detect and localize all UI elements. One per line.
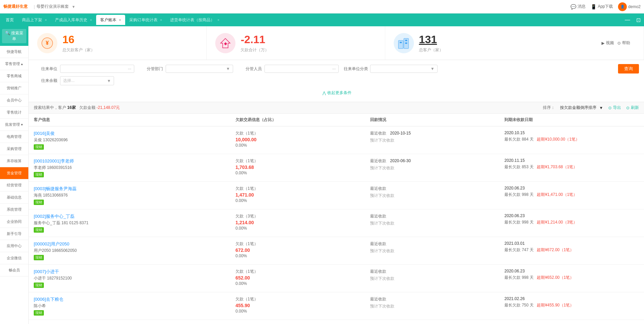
sidebar-nav: 零售管理 ▲ 零售商城 营销推广 会员中心 零售统计 <box>0 58 28 276</box>
message-icon: 💬 <box>570 4 576 9</box>
export-btn[interactable]: ⊙ 导出 <box>608 105 621 111</box>
customer-name-link[interactable]: [0007]小进干 <box>34 269 235 275</box>
tab-product-history[interactable]: 产成品入库单历史 × <box>51 15 96 25</box>
sidebar-item-vip[interactable]: 畅会员 <box>0 264 28 276</box>
department-select[interactable]: ▼ <box>166 65 233 73</box>
sidebar-item-basic-info[interactable]: 基础信息 <box>0 192 28 204</box>
table-header: 客户信息 欠款交易信息（占比） 回款情况 到期未收款日期 <box>29 114 644 126</box>
sidebar-item-system[interactable]: 系统管理 <box>0 204 28 216</box>
tab-close-icon[interactable]: × <box>45 18 47 22</box>
customer-phone: 海燕 18513066976 <box>34 193 235 198</box>
sidebar-item-purchase[interactable]: 采购管理 <box>0 143 28 155</box>
result-text: 搜索结果中，客户 16家 欠款金额 -21,148.07元 <box>34 105 120 111</box>
balance-select[interactable]: 选择... ▼ <box>60 76 114 85</box>
customer-name-link[interactable]: [0002]服务中心_丁磊 <box>34 213 235 219</box>
sidebar-item-inventory[interactable]: 库存核算 <box>0 155 28 167</box>
customer-info-cell: [0016]吴俊 吴俊 13026203696 现销 <box>34 130 235 150</box>
customer-name-link[interactable]: [0001020001]李老师 <box>34 158 235 164</box>
table-row: [0016]吴俊 吴俊 13026203696 现销 欠款（1笔） 10,000… <box>29 126 644 154</box>
person-input[interactable]: ··· <box>264 65 339 73</box>
stat-icon-1: ¥ <box>37 33 57 53</box>
sidebar-item-marketing[interactable]: 营销推广 <box>0 82 28 94</box>
sort-arrow-icon: ▼ <box>599 106 603 110</box>
export-icon: ⊙ <box>608 106 612 110</box>
app-download-btn[interactable]: 📱 App下载 <box>591 4 613 9</box>
customer-tag: 现销 <box>34 172 44 177</box>
due-date-cell: 2020.10.15 最长欠款 884 天 超期¥10,000.00（1笔） <box>504 130 639 142</box>
tab-inbound-stats[interactable]: 进货单统计表（按商品） × <box>166 15 223 25</box>
tab-expand-btn[interactable]: ⊡ <box>634 16 642 24</box>
customer-name-link[interactable]: [000002]用户2050 <box>34 241 235 247</box>
sidebar-item-finance[interactable]: 资金管理 <box>0 167 28 179</box>
sidebar-item-operations[interactable]: 经营管理 <box>0 179 28 192</box>
tab-bar: 首页 商品上下架 × 产成品入库单历史 × 客户账本 × 采购订单统计表 × 进… <box>0 13 644 26</box>
view-btn[interactable]: ▶ 视频 <box>601 40 614 46</box>
collapse-bar[interactable]: ⋀ 收起更多条件 <box>34 88 639 98</box>
recovery-cell: 最近收款 预计下次收款 <box>370 213 505 226</box>
dropdown-arrow-icon: ▼ <box>226 66 230 71</box>
arrow-icon: ▲ <box>21 62 24 66</box>
sidebar-item-quick-nav[interactable]: 快捷导航 <box>0 46 28 58</box>
recovery-cell: 最近收款 预计下次收款 <box>370 186 505 199</box>
due-date-cell: 2020.06.23 最长欠款 998 天 超期¥1,471.00（1笔） <box>504 186 639 198</box>
customer-phone: 吴俊 13026203696 <box>34 137 235 143</box>
customer-name-link[interactable]: [0003]畅捷服务尹海蕊 <box>34 186 235 192</box>
sidebar-item-member[interactable]: 会员中心 <box>0 94 28 107</box>
search-menu-btn[interactable]: 🔍 搜索菜单 <box>2 29 26 43</box>
avatar: 👤 <box>618 2 627 11</box>
sidebar-item-ecommerce[interactable]: 电商管理 <box>0 131 28 143</box>
help-btn[interactable]: ⊙ 帮助 <box>617 40 630 46</box>
customer-info-cell: [0006]去下粮仓 陈小希 现销 <box>34 296 235 316</box>
sidebar-item-guide[interactable]: 新手引导 <box>0 228 28 240</box>
customer-tag: 现销 <box>34 144 44 150</box>
user-btn[interactable]: 👤 demo2 <box>618 2 641 11</box>
customer-tag: 现销 <box>34 255 44 260</box>
filter-balance: 往来余额 选择... ▼ <box>34 76 114 85</box>
refresh-btn[interactable]: ⊙ 刷新 <box>626 105 639 111</box>
logo: 畅捷通好生意 <box>3 4 32 9</box>
sidebar-item-enterprise[interactable]: 企业协同 <box>0 216 28 228</box>
table-row: [0002]服务中心_丁磊 服务中心_丁磊 181 0125 8371 现销 欠… <box>29 209 644 237</box>
sidebar-item-batch-mgmt[interactable]: 批发管理 ▼ <box>0 119 28 131</box>
customer-unit-input[interactable]: ··· <box>60 65 134 73</box>
customer-phone: 李老师 18600391516 <box>34 165 235 171</box>
sidebar-item-retail-store[interactable]: 零售商城 <box>0 70 28 82</box>
search-button[interactable]: 查询 <box>618 64 639 73</box>
due-date-cell: 2020.06.23 最长欠款 998 天 超期¥652.00（1笔） <box>504 269 639 281</box>
svg-text:¥: ¥ <box>46 40 49 46</box>
message-btn[interactable]: 💬 消息 <box>570 4 586 9</box>
stat-card-1: ¥ 16 总欠款客户（家） <box>29 26 207 60</box>
customer-phone: 小进干 18279152100 <box>34 275 235 281</box>
customer-tag: 现销 <box>34 310 44 316</box>
customer-name-link[interactable]: [0006]去下粮仓 <box>34 296 235 302</box>
tab-product-toggle[interactable]: 商品上下架 × <box>18 15 51 25</box>
tab-purchase-stats[interactable]: 采购订单统计表 × <box>125 15 166 25</box>
sort-select[interactable]: 按欠款金额倒序排序 ▼ <box>560 105 603 111</box>
result-bar: 搜索结果中，客户 16家 欠款金额 -21,148.07元 排序： 按欠款金额倒… <box>29 102 644 114</box>
tab-customer-account[interactable]: 客户账本 × <box>96 15 125 25</box>
sidebar-item-retail-mgmt[interactable]: 零售管理 ▲ <box>0 58 28 70</box>
sidebar-item-app-center[interactable]: 应用中心 <box>0 240 28 252</box>
stat-icon-3 <box>394 33 414 53</box>
customer-name-link[interactable]: [0016]吴俊 <box>34 130 235 137</box>
svg-rect-5 <box>400 42 402 43</box>
customer-tag: 现销 <box>34 200 44 205</box>
tab-close-icon[interactable]: × <box>217 18 219 22</box>
stat-icon-2: ◆ <box>215 33 235 53</box>
debt-info-cell: 欠款（1笔） 10,000.00 0.00% <box>235 130 370 148</box>
tab-home[interactable]: 首页 <box>2 15 18 25</box>
tab-minimize-btn[interactable]: — <box>623 16 632 24</box>
table-row: [0007]小进干 小进干 18279152100 现销 欠款（1笔） 652.… <box>29 265 644 292</box>
sidebar-item-retail-stats[interactable]: 零售统计 <box>0 107 28 119</box>
stat-info-1: 16 总欠款客户（家） <box>62 33 95 53</box>
customer-tag: 现销 <box>34 227 44 233</box>
tab-close-icon[interactable]: × <box>90 18 92 22</box>
unit-category-select[interactable]: ▼ <box>370 65 438 73</box>
filter-unit-category: 往来单位分类 ▼ <box>344 65 438 73</box>
ellipsis-icon: ··· <box>128 66 131 71</box>
tab-close-icon[interactable]: × <box>160 18 162 22</box>
sidebar-item-enterprise-wx[interactable]: 企业微信 <box>0 252 28 264</box>
tab-close-icon[interactable]: × <box>119 18 121 22</box>
table-row: [000001]黄思源 黄思源 13552700226 现销 欠款（1笔） 42… <box>29 320 644 324</box>
help-icon: ⊙ <box>617 41 621 46</box>
